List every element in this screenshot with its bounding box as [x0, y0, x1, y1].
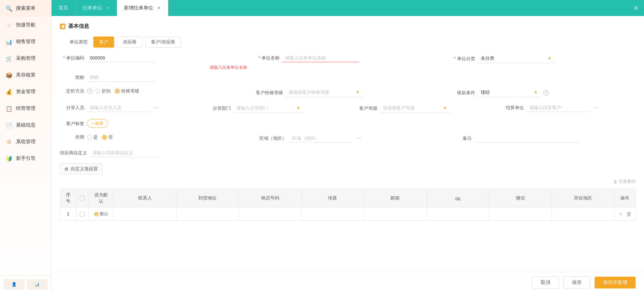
tab-partners[interactable]: 往来单位 ✕ [76, 0, 117, 16]
sidebar-item-basic-info[interactable]: 📄 基础信息 [0, 117, 51, 133]
radio-discount-label: 折扣 [102, 88, 111, 94]
beginner-icon: 🔰 [6, 155, 13, 162]
name-input[interactable] [282, 54, 359, 62]
phone-input[interactable] [242, 211, 298, 217]
category-label: 单位分类 [451, 56, 475, 62]
radio-disabled-no[interactable]: 否 [102, 134, 113, 140]
tab-new-partner-label: 新增往来单位 [124, 5, 153, 11]
sidebar-item-inventory[interactable]: 📦 库存核算 [0, 67, 51, 83]
radio-price-level-circle [115, 89, 120, 93]
cell-contact[interactable] [113, 207, 176, 221]
unit-type-both[interactable]: 客户/供应商 [145, 36, 181, 48]
add-row-btn[interactable]: ＋ [618, 210, 623, 218]
sidebar-item-purchase[interactable]: 🛒 采购管理 [0, 50, 51, 67]
radio-yes-label: 是 [93, 134, 98, 140]
sidebar-item-sales[interactable]: 📊 销售管理 [0, 33, 51, 50]
category-group: 单位分类 未分类 ▼ [451, 54, 636, 63]
pricing-row: 定价方法 ? 折扣 价格等级 客户价格等级 请选择客户价格等级 [60, 88, 636, 97]
main-area: 首页 往来单位 ✕ 新增往来单位 ✕ ✕ ▣ 基本信息 单位类型 客户 供应商 … [52, 0, 644, 293]
code-input[interactable] [87, 54, 157, 62]
tab-new-partner-close[interactable]: ✕ [157, 6, 161, 10]
unit-type-supplier[interactable]: 供应商 [117, 36, 142, 48]
radio-disabled-yes[interactable]: 是 [87, 134, 98, 140]
pricing-help-icon[interactable]: ? [87, 88, 93, 94]
sidebar-item-search[interactable]: 🔍 搜索菜单 [0, 0, 51, 17]
settlement-input[interactable] [527, 104, 589, 112]
remark-label: 备注 [458, 135, 472, 141]
settlement-ellipsis[interactable]: ··· [592, 105, 599, 111]
tab-bar-close-all[interactable]: ✕ [633, 4, 638, 12]
batch-delete-btn[interactable]: 🗑 批量删除 [613, 179, 636, 185]
cell-fax[interactable] [301, 207, 364, 221]
radio-price-level[interactable]: 价格等级 [115, 88, 139, 94]
contact-input[interactable] [117, 211, 173, 217]
sidebar-item-beginner[interactable]: 🔰 新手引导 [0, 150, 51, 167]
code-group: 单位编码 [60, 54, 245, 62]
tab-home[interactable]: 首页 [52, 0, 76, 16]
settlement-group: 结算单位 ··· [500, 104, 636, 112]
tab-new-partner[interactable]: 新增往来单位 ✕ [117, 0, 168, 16]
sidebar-item-label: 库存核算 [16, 72, 36, 78]
sidebar-item-operations[interactable]: 📋 经营管理 [0, 100, 51, 117]
manager-label: 分管人员 [60, 105, 84, 111]
col-action: 操作 [614, 189, 635, 207]
batch-delete-row: 🗑 批量删除 [60, 179, 636, 185]
sidebar-stats-btn[interactable]: 📊 [27, 279, 48, 290]
dept-label: 分管部门 [206, 105, 231, 112]
row-checkbox[interactable] [80, 212, 85, 217]
sidebar-item-quick-nav[interactable]: ⌂ 快捷导航 [0, 17, 51, 33]
tab-partners-close[interactable]: ✕ [106, 6, 110, 10]
cell-wechat[interactable] [489, 207, 552, 221]
radio-discount[interactable]: 折扣 [95, 88, 111, 94]
region-input[interactable] [289, 134, 352, 143]
cell-region[interactable] [552, 207, 614, 221]
default-label: 默认 [100, 211, 108, 217]
region-ellipsis[interactable]: ··· [355, 135, 362, 141]
unit-type-customer[interactable]: 客户 [93, 36, 114, 48]
dept-select[interactable]: 请输入分管部门 ▼ [234, 104, 303, 113]
add-tag-button[interactable]: + 标签 [87, 119, 108, 128]
cell-seq: 1 [60, 207, 76, 221]
cell-qq[interactable] [426, 207, 489, 221]
money-icon: 💰 [6, 88, 13, 95]
wechat-input[interactable] [493, 211, 548, 217]
cell-phone[interactable] [239, 207, 301, 221]
home-icon: ⌂ [6, 22, 13, 29]
supplier-custom-input[interactable] [90, 149, 159, 157]
payment-help-icon[interactable]: ? [543, 90, 549, 96]
payment-select[interactable]: 现结 ▼ [478, 88, 541, 97]
chart-icon: 📊 [6, 38, 13, 45]
custom-settings-btn[interactable]: ⚙ 自定义项设置 [60, 163, 102, 174]
cell-action: ＋ 🗑 [614, 207, 635, 221]
manager-ellipsis[interactable]: ··· [152, 105, 160, 111]
col-default: 设为默认 [89, 189, 114, 207]
address-input[interactable] [180, 211, 235, 217]
customer-price-select[interactable]: 请选择客户价格等级 ▼ [286, 88, 362, 97]
delete-row-btn[interactable]: 🗑 [626, 211, 632, 217]
fax-input[interactable] [305, 211, 360, 217]
section-basic-info: ▣ 基本信息 [60, 23, 636, 30]
short-name-input[interactable] [87, 73, 157, 82]
remark-input[interactable] [474, 134, 579, 143]
sidebar-user-btn[interactable]: 👤 [3, 279, 25, 290]
save-button[interactable]: 保存 [563, 276, 590, 289]
email-input[interactable] [368, 211, 423, 217]
qq-input[interactable] [430, 211, 486, 217]
cell-address[interactable] [176, 207, 239, 221]
col-wechat: 微信 [489, 189, 552, 207]
cancel-button[interactable]: 取消 [532, 276, 559, 289]
default-radio[interactable]: 默认 [92, 211, 110, 217]
sidebar-item-finance[interactable]: 💰 资金管理 [0, 83, 51, 100]
customer-level-select[interactable]: 请选择客户等级 ▼ [380, 104, 450, 113]
sidebar-item-system[interactable]: ⚙ 系统管理 [0, 133, 51, 150]
form-content: ▣ 基本信息 单位类型 客户 供应商 客户/供应商 单位编码 [52, 16, 644, 272]
footer: 取消 保存 保存并新增 [52, 272, 644, 293]
manager-input[interactable] [87, 104, 150, 112]
sidebar-item-label: 销售管理 [16, 39, 36, 45]
cell-email[interactable] [364, 207, 426, 221]
select-all-checkbox[interactable] [80, 196, 85, 201]
save-new-button[interactable]: 保存并新增 [595, 277, 636, 288]
region-table-input[interactable] [555, 211, 611, 217]
category-select[interactable]: 未分类 ▼ [478, 54, 555, 63]
remark-group: 备注 [458, 134, 636, 143]
